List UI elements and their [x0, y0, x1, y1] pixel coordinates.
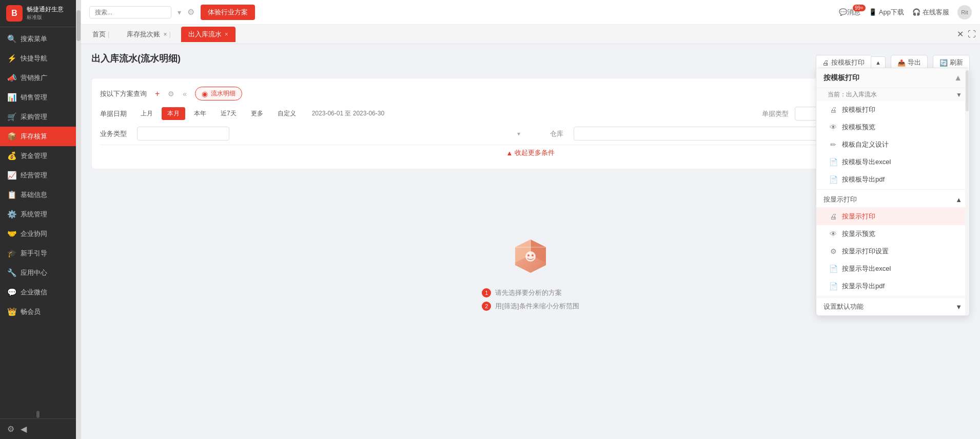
- tab-label-home: 首页: [92, 30, 106, 39]
- sidebar-item-search[interactable]: 🔍搜索菜单: [0, 29, 76, 49]
- dp-display-section[interactable]: 按显示打印 ▲: [816, 191, 969, 208]
- search-input[interactable]: [89, 6, 171, 18]
- dp-template-item-按模板导出excel[interactable]: 📄按模板导出excel: [816, 153, 969, 171]
- app-download-button[interactable]: 📱 App下载: [869, 8, 904, 17]
- date-tag-上月[interactable]: 上月: [135, 107, 159, 120]
- sidebar-item-quick-nav[interactable]: ⚡快捷导航: [0, 49, 76, 68]
- sidebar-item-inventory[interactable]: 📦库存核算: [0, 127, 76, 146]
- refresh-icon: 🔄: [939, 59, 948, 67]
- sidebar-item-apps[interactable]: 🔧应用中心: [0, 263, 76, 283]
- sidebar-scrollbar[interactable]: [76, 0, 81, 439]
- date-field-label: 单据日期: [100, 109, 127, 118]
- dropdown-collapse-icon[interactable]: ▲: [954, 73, 962, 83]
- message-button[interactable]: 💬 消息 99+: [839, 8, 860, 17]
- dp-label: 模板自定义设计: [842, 140, 889, 149]
- dp-template-item-按模板预览[interactable]: 👁按模板预览: [816, 118, 969, 136]
- collapse-more-label: 收起更多条件: [515, 148, 555, 157]
- date-tag-本年[interactable]: 本年: [188, 107, 212, 120]
- collapse-arrow-icon: ▲: [506, 149, 513, 157]
- sidebar-item-sales[interactable]: 📊销售管理: [0, 88, 76, 107]
- export-label: 导出: [908, 58, 921, 67]
- sidebar-label-system: 系统管理: [21, 210, 47, 219]
- empty-hints: 1 请先选择要分析的方案 2 用[筛选]条件来缩小分析范围: [482, 288, 579, 311]
- tab-home[interactable]: 首页|: [85, 27, 119, 42]
- hint-text-1: 请先选择要分析的方案: [495, 288, 562, 297]
- tab-inventory-batch[interactable]: 库存批次账×|: [120, 27, 180, 42]
- date-tag-近7天[interactable]: 近7天: [215, 107, 242, 120]
- dp-label: 按模板打印: [842, 105, 875, 114]
- close-tab-icon[interactable]: ✕: [957, 29, 964, 39]
- date-tag-自定义[interactable]: 自定义: [272, 107, 302, 120]
- sidebar-item-guide[interactable]: 🎓新手引导: [0, 244, 76, 263]
- dropdown-footer[interactable]: 设置默认功能 ▼: [816, 297, 969, 315]
- dropdown-template-items: 🖨按模板打印👁按模板预览✏模板自定义设计📄按模板导出excel📄按模板导出pdf: [816, 101, 969, 188]
- sidebar-item-enterprise[interactable]: 🤝企业协同: [0, 224, 76, 244]
- tab-close-inventory-batch[interactable]: ×: [163, 31, 167, 38]
- empty-state-illustration: [505, 227, 556, 278]
- system-icon: ⚙️: [7, 210, 16, 219]
- filter-label: 按以下方案查询: [100, 89, 147, 98]
- filter-settings-icon[interactable]: ⚙: [168, 90, 174, 98]
- dp-display-item-按显示打印设置[interactable]: ⚙按显示打印设置: [816, 243, 969, 260]
- sidebar-item-finance[interactable]: 💰资金管理: [0, 146, 76, 166]
- filter-chip-current[interactable]: ◉ 流水明细: [195, 87, 242, 101]
- tab-inout-flow[interactable]: 出入库流水×: [181, 27, 236, 42]
- dp-template-item-模板自定义设计[interactable]: ✏模板自定义设计: [816, 136, 969, 153]
- collapse-sidebar-icon[interactable]: ◀: [21, 424, 27, 434]
- quick-nav-icon: ⚡: [7, 54, 16, 63]
- dropdown-scrollbar[interactable]: [965, 68, 969, 315]
- sidebar-item-purchase[interactable]: 🛒采购管理: [0, 107, 76, 127]
- sidebar-item-business[interactable]: 📈经营管理: [0, 166, 76, 185]
- dp-display-item-按显示导出pdf[interactable]: 📄按显示导出pdf: [816, 277, 969, 295]
- filter-add-icon[interactable]: +: [155, 89, 160, 98]
- dp-template-item-按模板导出pdf[interactable]: 📄按模板导出pdf: [816, 171, 969, 188]
- dp-icon: ⚙: [829, 247, 838, 255]
- online-service-button[interactable]: 🎧 在线客服: [912, 8, 949, 17]
- industry-solution-button[interactable]: 体验行业方案: [201, 5, 255, 20]
- basic-icon: 📋: [7, 190, 16, 199]
- topbar-left: ▾ ⚙ 体验行业方案: [89, 5, 255, 20]
- tabbar: 首页|库存批次账×|出入库流水× ✕ ⛶: [81, 25, 980, 44]
- hint-item-2: 2 用[筛选]条件来缩小分析范围: [482, 302, 579, 311]
- app-download-label: App下载: [879, 8, 904, 17]
- sidebar-item-member[interactable]: 👑畅会员: [0, 302, 76, 322]
- dp-scroll-thumb: [966, 70, 969, 111]
- sidebar-item-basic[interactable]: 📋基础信息: [0, 185, 76, 205]
- app-logo: B 畅捷通好生意 标准版: [0, 0, 76, 27]
- sidebar-label-guide: 新手引导: [21, 249, 47, 258]
- headset-icon: 🎧: [912, 8, 920, 16]
- dp-label: 按显示打印: [842, 212, 875, 221]
- date-tag-更多[interactable]: 更多: [245, 107, 269, 120]
- dp-icon: 📄: [829, 158, 838, 166]
- settings-icon[interactable]: ⚙: [187, 7, 194, 17]
- sidebar-item-marketing[interactable]: 📣营销推广: [0, 68, 76, 88]
- content-area: 出入库流水(流水明细) 🖨 按模板打印 ▲ 📤 导出 🔄 刷新: [81, 44, 980, 439]
- search-dropdown-icon[interactable]: ▾: [178, 8, 181, 16]
- message-badge: 99+: [853, 5, 866, 11]
- online-service-label: 在线客服: [923, 8, 949, 17]
- tab-close-inout-flow[interactable]: ×: [225, 31, 228, 38]
- biz-type-select[interactable]: [137, 127, 229, 141]
- sidebar-label-finance: 资金管理: [21, 151, 47, 161]
- hint-text-2: 用[筛选]条件来缩小分析范围: [495, 302, 579, 311]
- filter-collapse-icon[interactable]: «: [183, 90, 187, 98]
- user-avatar[interactable]: Rit: [957, 5, 972, 19]
- enterprise-icon: 🤝: [7, 229, 16, 238]
- dp-display-item-按显示预览[interactable]: 👁按显示预览: [816, 225, 969, 243]
- print-dropdown-arrow[interactable]: ▲: [871, 56, 886, 69]
- settings-icon[interactable]: ⚙: [7, 424, 14, 434]
- dp-display-item-按显示打印[interactable]: 🖨按显示打印: [816, 208, 969, 225]
- dropdown-current[interactable]: 当前：出入库流水 ▼: [816, 88, 969, 101]
- sidebar-item-system[interactable]: ⚙️系统管理: [0, 205, 76, 224]
- sidebar-item-wechat[interactable]: 💬企业微信: [0, 283, 76, 302]
- dp-icon: 👁: [829, 230, 838, 238]
- expand-icon[interactable]: ⛶: [968, 30, 976, 39]
- dp-template-item-按模板打印[interactable]: 🖨按模板打印: [816, 101, 969, 118]
- date-tag-本月[interactable]: 本月: [162, 107, 185, 120]
- marketing-icon: 📣: [7, 73, 16, 83]
- dp-display-item-按显示导出excel[interactable]: 📄按显示导出excel: [816, 260, 969, 277]
- apps-icon: 🔧: [7, 268, 16, 277]
- sidebar-label-sales: 销售管理: [21, 93, 47, 102]
- sidebar-label-business: 经营管理: [21, 171, 47, 180]
- print-dropdown-panel: 按模板打印 ▲ 当前：出入库流水 ▼ 🖨按模板打印👁按模板预览✏模板自定义设计📄…: [816, 68, 970, 316]
